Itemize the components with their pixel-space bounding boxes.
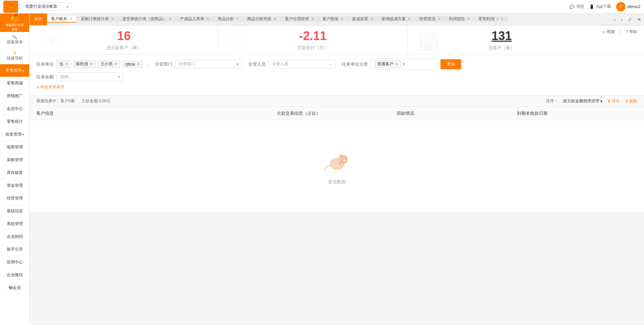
help-link[interactable]: ? 帮助 xyxy=(626,29,637,35)
app-logo[interactable]: 🍊 xyxy=(3,1,18,13)
tab-close-customer-contact[interactable]: ✕ xyxy=(341,17,344,21)
sidebar-search[interactable]: 🔍 搜索菜单 xyxy=(0,32,29,48)
stat-1-content: 16 总欠款客户（家） xyxy=(106,29,141,51)
top-bar-right: 💬 消息 📱 App下载 D demo2 xyxy=(569,2,641,11)
sidebar-item-sys-mgmt[interactable]: 系统管理 xyxy=(0,218,29,230)
tab-close-retail-profit[interactable]: ✕ xyxy=(501,17,504,21)
collapse-btn[interactable]: ∧ 收起更多条件 xyxy=(36,84,637,90)
tab-close-product-inventory[interactable]: ✕ xyxy=(206,17,209,21)
tab-close-purchase-order-stats[interactable]: ✕ xyxy=(111,17,114,21)
tabs-prev-btn[interactable]: ‹ xyxy=(611,13,618,25)
filter-tag-label-tag-4: cjttcw xyxy=(125,62,135,67)
tabs-expand-btn[interactable]: ⤢ xyxy=(625,13,635,25)
sidebar-quick-nav-label: 快捷导航 xyxy=(3,56,27,61)
filter-tag-close-tag-4[interactable]: ✕ xyxy=(137,62,140,66)
tab-close-business-status[interactable]: ✕ xyxy=(437,17,440,21)
query-button[interactable]: 查询 xyxy=(440,59,461,69)
sidebar-item-basic-info[interactable]: 基础信息 xyxy=(0,205,29,218)
tab-promotion-settings[interactable]: 提成设置✕ xyxy=(348,16,378,22)
sidebar-item-member-center[interactable]: 会员中心 xyxy=(0,103,29,115)
help-label: 帮助 xyxy=(629,29,637,35)
stat-icon-building-area: 🏢 xyxy=(418,29,441,51)
sidebar-item-member-vip[interactable]: 畅会员 xyxy=(0,282,29,294)
tab-customer-contact[interactable]: 客户联络✕ xyxy=(318,16,348,22)
classify-tag-close[interactable]: ✕ xyxy=(395,62,398,66)
refresh-btn[interactable]: ↺ 刷新 xyxy=(625,98,637,104)
tab-incoming-stats[interactable]: 进货单统计表（按商品）✕ xyxy=(118,16,176,22)
dept-placeholder: 分管部门 xyxy=(179,61,195,67)
sidebar-item-operations[interactable]: 经营管理 xyxy=(0,192,29,205)
col-repayment: 回款情况 xyxy=(397,110,517,116)
balance-label: 往来余额 xyxy=(36,74,54,80)
tab-retail-profit[interactable]: 零售利润（✕ xyxy=(474,16,508,22)
filter-tag-close-tag-1[interactable]: ✕ xyxy=(65,62,68,66)
sidebar-item-inventory[interactable]: 库存核算 xyxy=(0,167,29,179)
tab-profit-report[interactable]: 利润报告✕ xyxy=(445,16,474,22)
sidebar-item-app-center[interactable]: 应用中心 xyxy=(0,256,29,269)
sort-chevron-icon: ▾ xyxy=(600,99,602,104)
tab-business-status[interactable]: 经营情况✕ xyxy=(415,16,445,22)
sidebar-item-new-guide[interactable]: 新手引导 xyxy=(0,243,29,256)
sidebar-item-ecommerce[interactable]: 电商管理 xyxy=(0,141,29,154)
user-profile[interactable]: D demo2 xyxy=(616,2,641,11)
classify-select[interactable]: 普通客户 ✕ ▾ xyxy=(371,59,438,70)
stat-actions: ▷ 视频 | ? 帮助 xyxy=(596,26,644,38)
app-name: 🍊 xyxy=(3,1,18,13)
stat-credit-amount-label: 欠款合计（万） xyxy=(297,45,328,51)
filter-tag-close-tag-3[interactable]: ✕ xyxy=(114,62,117,66)
message-icon: 💬 xyxy=(569,4,574,9)
tab-product-analysis-list[interactable]: 商品分析列表✕ xyxy=(243,16,281,22)
sidebar-item-enterprise[interactable]: 企业协同 xyxy=(0,230,29,243)
unit-label: 往来单位 xyxy=(36,61,54,67)
avatar: D xyxy=(616,2,626,11)
tab-home[interactable]: 首页 xyxy=(30,13,47,25)
tab-close-product-analysis-list[interactable]: ✕ xyxy=(273,17,276,21)
logo-icon: 🍊 xyxy=(10,14,19,23)
video-link[interactable]: ▷ 视频 xyxy=(603,29,615,35)
tab-customer-ledger[interactable]: 客户账本✕ xyxy=(47,16,77,23)
tab-customer-segment[interactable]: 客户分层经营✕ xyxy=(281,16,318,22)
sidebar-quick-nav[interactable]: ⚡ 快捷导航 xyxy=(0,48,29,64)
empty-label: 暂无数据 xyxy=(328,179,346,185)
sidebar-logo[interactable]: 🍊 畅捷通好生意 标版 xyxy=(0,13,29,32)
tab-product-analysis[interactable]: 商品分析✕ xyxy=(214,16,243,22)
tabs-next-btn[interactable]: › xyxy=(618,13,625,25)
sidebar-item-enterprise-wechat[interactable]: 企业微信 xyxy=(0,269,29,282)
filter-tag-tag-4: cjttcw✕ xyxy=(122,61,143,68)
tab-close-customer-segment[interactable]: ✕ xyxy=(311,17,314,21)
sidebar-item-batch-mgmt[interactable]: 批发管理▾ xyxy=(0,128,29,141)
sidebar-item-marketing[interactable]: 营销推广 xyxy=(0,90,29,103)
tab-product-inventory[interactable]: 产成品入库单✕ xyxy=(176,16,214,22)
tab-purchase-order-stats[interactable]: 采购订单统计表✕ xyxy=(77,16,118,22)
dept-select[interactable]: 分管部门 ▾ xyxy=(175,60,242,68)
messages-btn[interactable]: 💬 消息 xyxy=(569,4,584,9)
filter-row-2: 往来余额 选择... ▾ xyxy=(36,72,637,81)
sidebar-item-retail-stats[interactable]: 零售统计 xyxy=(0,115,29,128)
tab-close-customer-ledger[interactable]: ✕ xyxy=(69,17,72,21)
filter-tag-close-tag-2[interactable]: ✕ xyxy=(90,62,93,66)
tab-label-retail-profit: 零售利润（ xyxy=(478,16,499,22)
tab-close-new-promotion[interactable]: ✕ xyxy=(408,17,411,21)
classify-chevron-icon: ▾ xyxy=(403,62,405,67)
tabs-close-all-btn[interactable]: ✕ xyxy=(635,13,644,25)
staff-select[interactable]: 分管人员 ··· xyxy=(268,60,336,68)
sidebar-item-finance[interactable]: 资金管理 xyxy=(0,179,29,192)
tab-close-profit-report[interactable]: ✕ xyxy=(467,17,470,21)
sidebar-item-retail-mgmt[interactable]: 零售管理▾ xyxy=(0,64,29,77)
tab-close-incoming-stats[interactable]: ✕ xyxy=(169,17,172,21)
sidebar-item-purchase-mgmt[interactable]: 采购管理 xyxy=(0,154,29,167)
industry-selector[interactable]: 母婴行业演示帐套 ▾ xyxy=(22,2,72,11)
filter-row-1: 往来单位 伍✕陈民强✕王小亮✕cjttcw✕ ... 分管部门 分管部门 ▾ 分… xyxy=(36,59,637,70)
export-btn[interactable]: ⬆ 导出 xyxy=(607,98,620,104)
tab-close-promotion-settings[interactable]: ✕ xyxy=(370,17,373,21)
sidebar-item-retail-mall[interactable]: 零售商城 xyxy=(0,77,29,90)
more-tags-btn[interactable]: ... xyxy=(145,62,149,67)
tab-new-promotion[interactable]: 新增提成方案✕ xyxy=(378,16,415,22)
sidebar-item-label-batch-mgmt: 批发管理 xyxy=(5,132,22,137)
tab-close-product-analysis[interactable]: ✕ xyxy=(236,17,239,21)
sidebar-search-label: 搜索菜单 xyxy=(3,39,27,45)
app-download-btn[interactable]: 📱 App下载 xyxy=(589,4,611,9)
sort-select[interactable]: 按欠款金额倒序排序 ▾ xyxy=(563,98,602,104)
balance-select[interactable]: 选择... ▾ xyxy=(56,72,124,81)
filter-area: 往来单位 伍✕陈民强✕王小亮✕cjttcw✕ ... 分管部门 分管部门 ▾ 分… xyxy=(30,55,644,96)
